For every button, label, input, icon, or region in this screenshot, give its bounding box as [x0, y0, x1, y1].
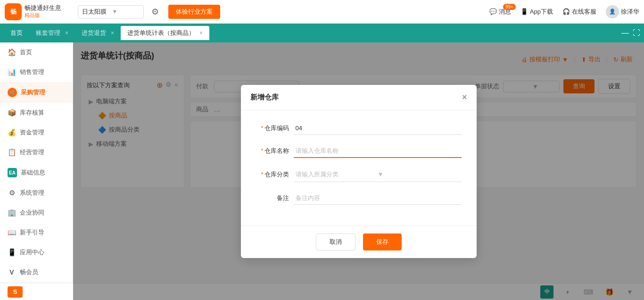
form-row-name: 仓库名称 — [256, 144, 462, 158]
tab-minimize-icon[interactable]: — — [621, 29, 629, 37]
sales-icon: 📊 — [8, 68, 16, 76]
messages-badge: 99+ — [503, 4, 516, 10]
dialog-close-icon[interactable]: × — [462, 92, 467, 102]
tab-purchase-stats[interactable]: 进货单统计表（按商品） × — [121, 26, 209, 40]
sidebar-label-member: 畅会员 — [20, 268, 38, 276]
cancel-button[interactable]: 取消 — [316, 233, 355, 250]
main-layout: 🏠 首页 📊 销售管理 🛒 采购管理 📦 库存核算 💰 资金管理 📋 经营管理 … — [0, 42, 644, 300]
right-nav: 💬 消息 99+ 📱 App下载 🎧 在线客服 👤 徐泽华 — [489, 5, 639, 18]
online-service-label: 在线客服 — [572, 8, 596, 16]
phone-icon: 📱 — [520, 8, 528, 15]
sidebar-label-inventory: 库存核算 — [20, 108, 44, 117]
name-input[interactable] — [294, 144, 462, 158]
messages-nav-item[interactable]: 💬 消息 99+ — [489, 8, 511, 16]
tab-home[interactable]: 首页 — [4, 26, 29, 40]
user-avatar: 👤 — [606, 5, 619, 18]
dialog-body: 仓库编码 仓库名称 仓库分类 请输入所属分类 ▼ — [241, 110, 477, 225]
tab-purchase-stats-close[interactable]: × — [199, 30, 203, 36]
inventory-icon: 📦 — [8, 108, 16, 117]
logo-icon: 畅 — [5, 3, 22, 20]
sidebar-label-enterprise: 企业协同 — [20, 208, 44, 217]
tab-actions: — ⛶ — [621, 29, 640, 37]
form-row-code: 仓库编码 — [256, 122, 462, 135]
logo-area: 畅 畅捷通好生意 精品版 — [5, 3, 78, 20]
sidebar-item-member[interactable]: V 畅会员 — [0, 262, 73, 282]
code-label: 仓库编码 — [256, 124, 294, 133]
sidebar-item-finance[interactable]: 💰 资金管理 — [0, 123, 73, 142]
online-service-item[interactable]: 🎧 在线客服 — [562, 8, 596, 16]
app-download-item[interactable]: 📱 App下载 — [520, 8, 553, 16]
tab-account-label: 账套管理 — [36, 29, 60, 37]
base-info-icon: EA — [8, 168, 17, 177]
remark-input[interactable] — [294, 192, 462, 205]
sidebar-item-sales[interactable]: 📊 销售管理 — [0, 62, 73, 82]
dialog-header: 新增仓库 × — [241, 85, 477, 110]
sidebar-item-system[interactable]: ⚙ 系统管理 — [0, 183, 73, 203]
logo-title: 畅捷通好生意 — [25, 4, 61, 12]
sidebar-label-finance: 资金管理 — [20, 128, 44, 137]
top-bar: 畅 畅捷通好生意 精品版 日太阳膜 ▼ ⚙ 体验行业方案 💬 消息 99+ 📱 … — [0, 0, 644, 24]
new-warehouse-dialog: 新增仓库 × 仓库编码 仓库名称 仓库分类 — [241, 85, 477, 258]
store-chevron-icon: ▼ — [112, 8, 140, 15]
sidebar-item-base-info[interactable]: EA 基础信息 — [0, 162, 73, 183]
trial-button[interactable]: 体验行业方案 — [168, 5, 220, 19]
name-label: 仓库名称 — [256, 147, 294, 155]
enterprise-icon: 🏢 — [8, 208, 16, 217]
dialog-title: 新增仓库 — [250, 93, 279, 102]
finance-icon: 💰 — [8, 128, 16, 137]
store-name: 日太阳膜 — [82, 8, 110, 16]
headset-icon: 🎧 — [562, 8, 570, 15]
sidebar-label-system: 系统管理 — [20, 189, 44, 197]
user-name: 徐泽华 — [621, 8, 639, 16]
app-center-icon: 📱 — [8, 248, 16, 257]
logo-sub: 精品版 — [25, 12, 61, 19]
tab-bar: 首页 账套管理 × 进货退货 × 进货单统计表（按商品） × — ⛶ — [0, 24, 644, 42]
sidebar-label-purchase: 采购管理 — [21, 88, 45, 97]
sidebar-label-home: 首页 — [20, 48, 32, 57]
sidebar-label-app-center: 应用中心 — [20, 248, 44, 257]
tab-purchase-stats-label: 进货单统计表（按商品） — [127, 29, 195, 37]
message-icon: 💬 — [489, 8, 497, 15]
tab-home-label: 首页 — [10, 29, 23, 37]
category-label: 仓库分类 — [256, 170, 294, 179]
s-logo: S — [8, 286, 23, 298]
tab-expand-icon[interactable]: ⛶ — [633, 29, 640, 37]
code-input[interactable] — [294, 122, 462, 135]
purchase-icon: 🛒 — [8, 88, 17, 97]
form-row-category: 仓库分类 请输入所属分类 ▼ — [256, 167, 462, 182]
sidebar-item-home[interactable]: 🏠 首页 — [0, 42, 73, 62]
guide-icon: 📖 — [8, 228, 16, 237]
sidebar: 🏠 首页 📊 销售管理 🛒 采购管理 📦 库存核算 💰 资金管理 📋 经营管理 … — [0, 42, 73, 300]
operations-icon: 📋 — [8, 148, 16, 157]
sidebar-item-inventory[interactable]: 📦 库存核算 — [0, 103, 73, 123]
tab-account-close[interactable]: × — [65, 30, 68, 36]
sidebar-label-sales: 销售管理 — [20, 68, 44, 76]
sidebar-label-operations: 经营管理 — [20, 148, 44, 157]
nav-icons: ⚙ 体验行业方案 — [151, 5, 220, 19]
category-select[interactable]: 请输入所属分类 ▼ — [294, 167, 462, 182]
remark-label: 备注 — [256, 194, 294, 202]
sidebar-item-operations[interactable]: 📋 经营管理 — [0, 142, 73, 162]
tab-account[interactable]: 账套管理 × — [29, 26, 75, 40]
category-placeholder: 请输入所属分类 — [296, 170, 378, 179]
tab-purchase-return-close[interactable]: × — [111, 30, 114, 36]
sidebar-item-enterprise[interactable]: 🏢 企业协同 — [0, 203, 73, 223]
home-icon: 🏠 — [8, 48, 16, 57]
sidebar-item-purchase[interactable]: 🛒 采购管理 — [0, 82, 73, 103]
category-dropdown-icon: ▼ — [378, 171, 460, 178]
user-profile-item[interactable]: 👤 徐泽华 — [606, 5, 639, 18]
content-area: 进货单统计(按商品) 🖨 按模板打印 ▼ | ⬆ 导出 | ↻ 刷新 — [73, 42, 644, 300]
system-icon: ⚙ — [8, 189, 16, 197]
app-download-label: App下载 — [530, 8, 553, 16]
sidebar-item-guide[interactable]: 📖 新手引导 — [0, 223, 73, 242]
store-selector[interactable]: 日太阳膜 ▼ — [78, 5, 144, 18]
form-row-remark: 备注 — [256, 192, 462, 205]
sidebar-item-app-center[interactable]: 📱 应用中心 — [0, 242, 73, 262]
save-button[interactable]: 保存 — [363, 233, 402, 250]
tab-purchase-return-label: 进货退货 — [82, 29, 106, 37]
member-icon: V — [8, 268, 16, 276]
sidebar-label-base-info: 基础信息 — [21, 168, 45, 177]
sidebar-label-guide: 新手引导 — [20, 228, 44, 237]
settings-icon[interactable]: ⚙ — [151, 7, 159, 17]
tab-purchase-return[interactable]: 进货退货 × — [75, 26, 121, 40]
